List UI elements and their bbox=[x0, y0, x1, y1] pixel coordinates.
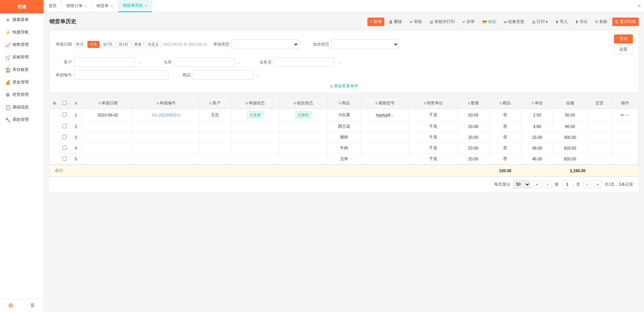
delete-button[interactable]: 🗑 删除 bbox=[386, 18, 405, 26]
page-last-btn[interactable]: » bbox=[594, 180, 602, 188]
collapse-button[interactable]: ∧ 收起更多条件 bbox=[330, 83, 358, 89]
td-doc-no[interactable] bbox=[133, 132, 199, 143]
td-check[interactable] bbox=[60, 132, 69, 143]
th-spec[interactable]: ⇅规格型号 bbox=[361, 98, 409, 109]
td-unit: 千克 bbox=[409, 132, 457, 143]
td-doc-no[interactable] bbox=[133, 143, 199, 154]
th-goods[interactable]: ⇅商品 bbox=[328, 98, 361, 109]
customer-dots[interactable]: ... bbox=[137, 60, 141, 64]
page-first-btn[interactable]: « bbox=[533, 180, 541, 188]
approve-print-button[interactable]: 🖨 审核并打印 bbox=[427, 18, 457, 26]
td-check[interactable] bbox=[60, 121, 69, 132]
tab-sales-goods-close[interactable]: × bbox=[111, 4, 113, 8]
td-row-no: 4 bbox=[69, 143, 83, 154]
filter-customer-field: 客户 ... bbox=[55, 57, 149, 67]
approve-print-icon: 🖨 bbox=[429, 20, 433, 24]
th-doc-status[interactable]: ⇅单据状态 bbox=[231, 98, 279, 109]
warehouse-dots[interactable]: ... bbox=[237, 60, 241, 64]
th-collect-status[interactable]: ⇅收款状态 bbox=[279, 98, 328, 109]
td-action[interactable]: ✏ ⋯ bbox=[612, 109, 638, 121]
td-doc-no[interactable] bbox=[133, 121, 199, 132]
th-gear[interactable]: ⚙ bbox=[50, 98, 60, 109]
sidebar-item-label: 基础信息 bbox=[12, 104, 29, 110]
date-btn-today[interactable]: 今天 bbox=[87, 41, 100, 48]
doc-type-select[interactable] bbox=[231, 40, 299, 49]
customer-input[interactable] bbox=[74, 57, 135, 67]
abandon-icon: ↩ bbox=[462, 20, 466, 24]
th-doc-date[interactable]: ⇅单据日期 bbox=[83, 98, 133, 109]
th-gift[interactable]: ⇅赠品 bbox=[489, 98, 521, 109]
date-btn-yesterday[interactable]: 昨天 bbox=[74, 41, 86, 48]
td-check[interactable] bbox=[60, 143, 69, 154]
new-button[interactable]: + 新增 bbox=[367, 18, 384, 26]
td-spec bbox=[361, 121, 409, 132]
doc-no-link[interactable]: SA-20230602-0 bbox=[152, 113, 180, 118]
td-gear bbox=[50, 109, 60, 121]
th-customer[interactable]: ⇅客户 bbox=[199, 98, 231, 109]
sidebar-item-inventory[interactable]: 🏠 库存核算 bbox=[0, 63, 44, 76]
tab-sales-order[interactable]: 销售订单 × bbox=[62, 0, 92, 12]
date-btn-more[interactable]: 更多 bbox=[132, 41, 144, 48]
print-button[interactable]: 🖨 打印 ▾ bbox=[529, 18, 551, 26]
export-button[interactable]: ⬆ 导出 bbox=[572, 18, 590, 26]
query-button[interactable]: 查询 bbox=[614, 34, 633, 44]
th-check[interactable] bbox=[60, 98, 69, 109]
tab-sales-goods[interactable]: 销货单 × bbox=[92, 0, 118, 12]
batch-change-button[interactable]: ⇌ 批量变更 bbox=[501, 18, 527, 26]
approve-label: 审核 bbox=[414, 19, 422, 25]
sidebar-item-sys-mgmt[interactable]: 🔧 系统管理 bbox=[0, 113, 44, 126]
page-size-select[interactable]: 50 20 100 200 bbox=[513, 180, 530, 188]
td-doc-no[interactable] bbox=[133, 154, 199, 164]
sidebar-item-sales-mgmt[interactable]: 📈 销售管理 bbox=[0, 38, 44, 51]
goods-input[interactable] bbox=[193, 70, 253, 80]
td-check[interactable] bbox=[60, 154, 69, 164]
staff-input[interactable] bbox=[274, 57, 334, 67]
show-detail-button[interactable]: ☰ 显示明细 bbox=[612, 18, 639, 26]
date-btn-7days[interactable]: 近7天 bbox=[101, 41, 115, 48]
td-doc-status bbox=[231, 143, 279, 154]
tab-home[interactable]: 首页 bbox=[44, 0, 62, 12]
td-doc-no[interactable]: SA-20230602-0 bbox=[133, 109, 199, 121]
th-price[interactable]: ⇅单价 bbox=[521, 98, 553, 109]
approve-button[interactable]: ✔ 审核 bbox=[407, 18, 425, 26]
sidebar-item-ops-mgmt[interactable]: ⚙ 经营管理 bbox=[0, 88, 44, 101]
sidebar-item-quick-nav[interactable]: ⚡ 快捷导航 bbox=[0, 26, 44, 38]
td-row-no: 2 bbox=[69, 121, 83, 132]
warehouse-input[interactable] bbox=[174, 57, 234, 67]
refresh-button[interactable]: ↻ 刷新 bbox=[592, 18, 610, 26]
sales-mgmt-icon: 📈 bbox=[5, 42, 10, 48]
tab-sales-history[interactable]: 销货单历史 × bbox=[118, 0, 152, 12]
collect-status-select[interactable] bbox=[331, 40, 399, 49]
setting-button[interactable]: 设置 bbox=[614, 45, 633, 54]
check-all[interactable] bbox=[62, 101, 67, 105]
doc-no-input[interactable] bbox=[74, 70, 168, 80]
goods-dots[interactable]: ... bbox=[256, 73, 259, 77]
collect-button[interactable]: 💳 收款 bbox=[479, 18, 499, 26]
sidebar-settings-icon[interactable]: ⚙ bbox=[8, 302, 13, 309]
abandon-button[interactable]: ↩ 弃审 bbox=[459, 18, 477, 26]
tabs-close-all-btn[interactable]: × bbox=[634, 0, 644, 12]
page-number-input[interactable] bbox=[561, 180, 573, 188]
th-qty[interactable]: ⇅数量 bbox=[457, 98, 489, 109]
table-row: 4牛肉千克20.00否46.00920.00 bbox=[50, 143, 638, 154]
sidebar-item-purchase-mgmt[interactable]: 🛒 采购管理 bbox=[0, 51, 44, 63]
date-btn-1month[interactable]: 近1月 bbox=[116, 41, 131, 48]
date-btn-custom[interactable]: 自定义 bbox=[145, 41, 161, 48]
sidebar-item-basic-info[interactable]: 📋 基础信息 bbox=[0, 101, 44, 113]
sidebar-item-finance-mgmt[interactable]: 💰 资金管理 bbox=[0, 76, 44, 88]
td-collect-status bbox=[279, 154, 328, 164]
td-check[interactable] bbox=[60, 109, 69, 121]
import-button[interactable]: ⬇ 导入 bbox=[553, 18, 570, 26]
sidebar-pause-icon[interactable]: ⏸ bbox=[29, 302, 35, 309]
th-unit[interactable]: ⇅销售单位 bbox=[409, 98, 457, 109]
sidebar-item-search-menu[interactable]: ≡ 搜索菜单 bbox=[0, 14, 44, 26]
staff-dots[interactable]: ... bbox=[337, 60, 340, 64]
td-gift: 否 bbox=[489, 109, 521, 121]
collect-label: 收款 bbox=[488, 19, 496, 25]
th-doc-no[interactable]: ⇅单据编号 bbox=[133, 98, 199, 109]
tab-sales-order-close[interactable]: × bbox=[85, 4, 87, 8]
tab-sales-history-close[interactable]: × bbox=[145, 4, 147, 8]
page-prev-btn[interactable]: ‹ bbox=[544, 180, 552, 188]
page-next-btn[interactable]: › bbox=[583, 180, 591, 188]
td-price: 46.00 bbox=[521, 143, 553, 154]
